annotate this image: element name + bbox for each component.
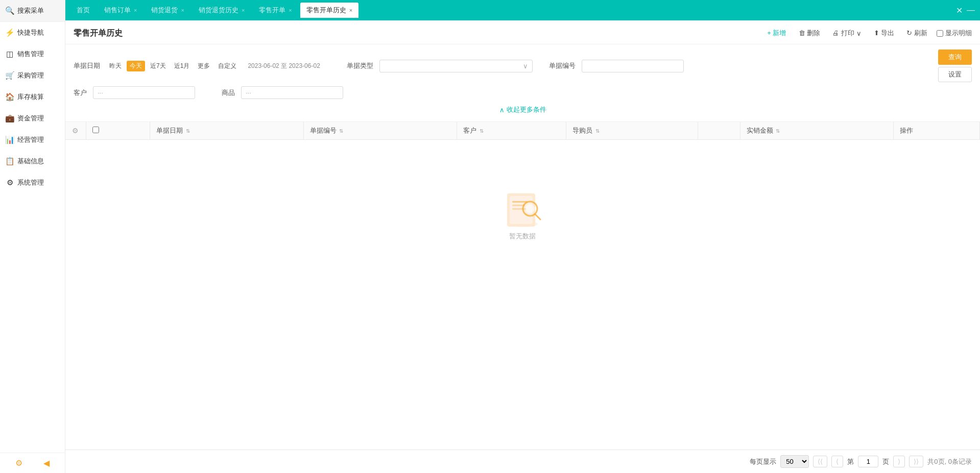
- col-salesperson-sort[interactable]: ⇅: [595, 128, 600, 134]
- next-page-btn[interactable]: ⟩: [893, 456, 905, 467]
- collapse-label: 收起更多条件: [507, 105, 546, 114]
- query-button[interactable]: 查询: [938, 49, 972, 65]
- date-btn-more[interactable]: 更多: [195, 61, 213, 71]
- tab-sales-order[interactable]: 销售订单 ×: [98, 3, 143, 18]
- date-btn-custom[interactable]: 自定义: [215, 61, 240, 71]
- date-btn-today[interactable]: 今天: [127, 61, 145, 71]
- sidebar-item-label: 经营管理: [17, 135, 44, 144]
- export-button[interactable]: ⬆ 导出: [871, 27, 898, 40]
- goods-select[interactable]: ···: [241, 86, 343, 99]
- col-amount-label: 实销金额: [747, 127, 773, 134]
- col-salesperson-label: 导购员: [572, 127, 592, 134]
- page-number-input[interactable]: 1: [858, 456, 878, 467]
- customer-filter-label: 客户: [74, 88, 87, 97]
- table-body: 暂无数据: [65, 140, 980, 282]
- date-range-text: 2023-06-02 至 2023-06-02: [248, 62, 320, 70]
- tab-retail-history[interactable]: 零售开单历史 ×: [300, 3, 358, 18]
- col-amount-sort[interactable]: ⇅: [776, 128, 780, 134]
- type-select[interactable]: ∨: [379, 60, 533, 72]
- first-page-btn[interactable]: ⟨⟨: [813, 456, 827, 467]
- per-page-select[interactable]: 50 10 20 100: [780, 455, 809, 468]
- print-arrow-icon: ∨: [856, 30, 862, 37]
- filter-area: 单据日期 昨天 今天 近7天 近1月 更多 自定义 2023-06-02 至 2…: [65, 44, 980, 122]
- number-filter-label: 单据编号: [549, 61, 576, 70]
- search-icon: 🔍: [5, 6, 14, 15]
- sidebar-item-basic-info[interactable]: 📋 基础信息: [0, 151, 65, 172]
- col-customer-label: 客户: [463, 127, 476, 134]
- select-all-checkbox[interactable]: [92, 127, 99, 133]
- tab-sales-return-history-label: 销货退货历史: [199, 6, 238, 15]
- sidebar-item-system-mgmt[interactable]: ⚙ 系统管理: [0, 172, 65, 193]
- refresh-button[interactable]: ↻ 刷新: [903, 27, 930, 40]
- sidebar-item-finance[interactable]: 💼 资金管理: [0, 108, 65, 129]
- col-date: 单据日期 ⇅: [150, 122, 303, 140]
- filter-collapse-btn[interactable]: ∧ 收起更多条件: [495, 103, 551, 116]
- table-area: ⚙ 单据日期 ⇅ 单据编号 ⇅: [65, 122, 980, 450]
- date-btn-yesterday[interactable]: 昨天: [106, 61, 125, 71]
- number-filter-input[interactable]: [582, 60, 684, 72]
- page-header: 零售开单历史 + 新增 🗑 删除 🖨 打印 ∨ ⬆ 导出 ↻ 刷新: [65, 20, 980, 44]
- quick-nav-icon: ⚡: [5, 28, 14, 37]
- date-btn-last1m[interactable]: 近1月: [171, 61, 193, 71]
- sidebar-item-operations[interactable]: 📊 经营管理: [0, 129, 65, 151]
- export-button-label: ⬆ 导出: [874, 29, 895, 38]
- print-button[interactable]: 🖨 打印 ∨: [829, 27, 865, 40]
- type-filter-label: 单据类型: [347, 61, 373, 70]
- delete-button-label: 🗑 删除: [799, 29, 821, 38]
- tab-retail-history-close[interactable]: ×: [349, 7, 352, 13]
- sidebar-footer-collapse[interactable]: ◀: [43, 458, 50, 468]
- sidebar-item-quick-nav[interactable]: ⚡ 快捷导航: [0, 22, 65, 43]
- sidebar-item-purchase-mgmt[interactable]: 🛒 采购管理: [0, 65, 65, 86]
- pagination: 每页显示 50 10 20 100 ⟨⟨ ⟨ 第 1 页 ⟩ ⟩⟩ 共0页, 0…: [65, 450, 980, 473]
- topbar-close-btn[interactable]: ✕: [956, 6, 963, 15]
- col-settings-icon[interactable]: ⚙: [72, 127, 79, 135]
- tab-sales-return[interactable]: 销货退货 ×: [145, 3, 190, 18]
- col-number: 单据编号 ⇅: [303, 122, 457, 140]
- tab-sales-return-close[interactable]: ×: [181, 7, 184, 13]
- sidebar-item-sales-mgmt[interactable]: ◫ 销售管理: [0, 43, 65, 65]
- settings-button[interactable]: 设置: [938, 67, 972, 82]
- add-button[interactable]: + 新增: [764, 27, 789, 40]
- show-detail-toggle[interactable]: 显示明细: [937, 29, 972, 38]
- prev-page-btn[interactable]: ⟨: [831, 456, 843, 467]
- sidebar-item-inventory[interactable]: 🏠 库存核算: [0, 86, 65, 108]
- tab-home[interactable]: 首页: [70, 3, 96, 18]
- show-detail-checkbox[interactable]: [937, 30, 943, 37]
- sidebar-item-label: 系统管理: [17, 178, 44, 187]
- tab-sales-return-history-close[interactable]: ×: [242, 7, 245, 13]
- col-action: 操作: [893, 122, 979, 140]
- inventory-icon: 🏠: [5, 92, 14, 102]
- tab-retail-open-label: 零售开单: [259, 6, 285, 15]
- topbar-minimize-btn[interactable]: —: [967, 6, 975, 15]
- svg-rect-3: [512, 201, 528, 203]
- svg-line-8: [535, 214, 540, 219]
- tab-retail-open[interactable]: 零售开单 ×: [253, 3, 298, 18]
- sidebar-footer-settings[interactable]: ⚙: [15, 458, 22, 468]
- topbar-right: ✕ —: [956, 6, 975, 15]
- sidebar-item-label: 基础信息: [17, 157, 44, 166]
- system-icon: ⚙: [5, 178, 14, 187]
- tab-sales-return-history[interactable]: 销货退货历史 ×: [193, 3, 251, 18]
- page-content: 零售开单历史 + 新增 🗑 删除 🖨 打印 ∨ ⬆ 导出 ↻ 刷新: [65, 20, 980, 473]
- finance-icon: 💼: [5, 114, 14, 123]
- col-date-sort[interactable]: ⇅: [186, 128, 190, 134]
- sidebar-search[interactable]: 🔍 搜索采单: [0, 0, 65, 22]
- operations-icon: 📊: [5, 135, 14, 144]
- tab-sales-order-label: 销售订单: [104, 6, 131, 15]
- col-customer-sort[interactable]: ⇅: [480, 128, 484, 134]
- last-page-btn[interactable]: ⟩⟩: [909, 456, 923, 467]
- sidebar-search-label: 搜索采单: [17, 6, 44, 15]
- collapse-icon: ∧: [499, 106, 505, 114]
- tab-sales-order-close[interactable]: ×: [134, 7, 137, 13]
- delete-button[interactable]: 🗑 删除: [796, 27, 824, 40]
- topbar: 首页 销售订单 × 销货退货 × 销货退货历史 × 零售开单 × 零售开单历史 …: [65, 0, 980, 20]
- col-salesperson: 导购员 ⇅: [566, 122, 698, 140]
- tab-home-label: 首页: [77, 6, 90, 15]
- customer-select-dots: ···: [98, 89, 103, 96]
- date-btn-last7[interactable]: 近7天: [147, 61, 169, 71]
- page-suffix-label: 页: [882, 457, 889, 466]
- tab-retail-open-close[interactable]: ×: [289, 7, 292, 13]
- customer-select[interactable]: ···: [93, 86, 195, 99]
- col-number-sort[interactable]: ⇅: [339, 128, 343, 134]
- show-detail-label: 显示明细: [945, 29, 972, 38]
